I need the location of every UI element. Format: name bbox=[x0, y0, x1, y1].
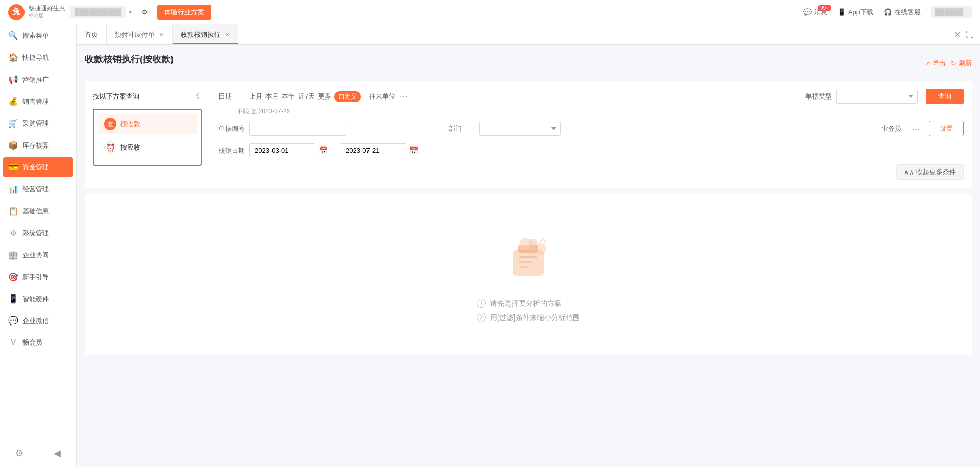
svg-rect-6 bbox=[519, 266, 529, 268]
sidebar-item-finance[interactable]: 💳 资金管理 bbox=[3, 157, 73, 177]
filter-container: 按以下方案查询 《 收 按收款 ⏰ 按应收 bbox=[85, 81, 972, 188]
query-button[interactable]: 查询 bbox=[926, 89, 964, 104]
filter-collapse-button[interactable]: 《 bbox=[189, 89, 202, 104]
date-shortcut-more[interactable]: 更多 bbox=[318, 92, 331, 101]
verify-date-end-cal-icon[interactable]: 📅 bbox=[409, 146, 418, 155]
sidebar-label-basic-info: 基础信息 bbox=[22, 207, 49, 216]
counterparty-label: 往来单位 bbox=[369, 92, 396, 101]
hint-num-2: 2 bbox=[477, 313, 486, 322]
online-service-button[interactable]: 🎧 在线客服 bbox=[884, 8, 921, 17]
sidebar-label-wechat: 企业微信 bbox=[22, 316, 49, 326]
verify-date-start-cal-icon[interactable]: 📅 bbox=[318, 146, 327, 155]
app-download-label: App下载 bbox=[848, 8, 873, 17]
sidebar-label-purchase: 采购管理 bbox=[22, 119, 49, 128]
sidebar-item-quick-nav[interactable]: 🏠 快捷导航 bbox=[0, 46, 76, 68]
sidebar-item-basic-info[interactable]: 📋 基础信息 bbox=[0, 200, 76, 222]
service-icon: 🎧 bbox=[884, 8, 892, 16]
tab-collection[interactable]: 收款核销执行 ✕ bbox=[173, 24, 238, 44]
sidebar-label-sales: 销售管理 bbox=[22, 97, 49, 106]
sidebar-bottom: ⚙ ◀ bbox=[0, 439, 76, 467]
svg-line-9 bbox=[544, 240, 546, 244]
filter-panel-title: 按以下方案查询 bbox=[93, 92, 139, 101]
home-icon: 🏠 bbox=[8, 53, 18, 62]
empty-hints: 1 请先选择要分析的方案 2 用[过滤]条件来缩小分析范围 bbox=[477, 296, 580, 325]
sidebar-item-marketing[interactable]: 📢 营销推广 bbox=[0, 68, 76, 90]
sidebar-item-sales[interactable]: 💰 销售管理 bbox=[0, 90, 76, 112]
filter-option-by-collection[interactable]: 收 按收款 bbox=[98, 114, 197, 134]
tab-prepaid[interactable]: 预付冲应付单 ✕ bbox=[107, 24, 173, 44]
date-shortcut-this-month[interactable]: 本月 bbox=[265, 92, 279, 101]
sidebar-label-guide: 新手引导 bbox=[22, 273, 49, 282]
export-button[interactable]: ↗ 导出 bbox=[925, 59, 946, 68]
logo-icon: 兔 bbox=[8, 4, 24, 20]
bottom-settings-button[interactable]: ⚙ bbox=[11, 444, 28, 463]
tab-collection-label: 收款核销执行 bbox=[181, 30, 220, 39]
tab-home-label: 首页 bbox=[85, 30, 98, 39]
dept-label: 部门 bbox=[449, 124, 475, 133]
sidebar-label-operations: 经营管理 bbox=[22, 185, 49, 194]
date-shortcut-this-year[interactable]: 本年 bbox=[282, 92, 295, 101]
industry-button[interactable]: 体验行业方案 bbox=[157, 5, 211, 20]
messages-button[interactable]: 💬 消息 99+ bbox=[803, 8, 827, 17]
sidebar-label-finance: 资金管理 bbox=[22, 163, 49, 172]
collapse-more-button[interactable]: ∧∧ 收起更多条件 bbox=[896, 164, 964, 180]
brand-selector[interactable]: ██████████ ▼ bbox=[70, 6, 133, 18]
by-collection-icon: 收 bbox=[104, 118, 116, 130]
sidebar-label-marketing: 营销推广 bbox=[22, 75, 49, 84]
refresh-button[interactable]: ↻ 刷新 bbox=[951, 59, 972, 68]
gear-button[interactable]: ⚙ bbox=[138, 5, 152, 19]
doc-type-select[interactable] bbox=[836, 90, 918, 104]
marketing-icon: 📢 bbox=[8, 75, 18, 84]
date-shortcut-7days[interactable]: 近7天 bbox=[298, 92, 315, 101]
verify-date-start-input[interactable] bbox=[249, 143, 315, 157]
wechat-icon: 💬 bbox=[8, 316, 18, 326]
dept-select[interactable] bbox=[479, 122, 561, 136]
sidebar-item-hardware[interactable]: 📱 智能硬件 bbox=[0, 288, 76, 310]
inventory-icon: 📦 bbox=[8, 140, 18, 150]
svg-rect-4 bbox=[519, 256, 537, 258]
refresh-icon: ↻ bbox=[951, 60, 957, 67]
sidebar-item-system[interactable]: ⚙ 系统管理 bbox=[0, 222, 76, 244]
date-shortcuts: 上月 本月 本年 近7天 更多 自定义 bbox=[249, 91, 361, 102]
guide-icon: 🎯 bbox=[8, 272, 18, 282]
tab-prepaid-close[interactable]: ✕ bbox=[159, 31, 164, 38]
sidebar-item-search-menu[interactable]: 🔍 搜索菜单 bbox=[0, 24, 76, 46]
basic-info-icon: 📋 bbox=[8, 206, 18, 216]
date-custom-badge[interactable]: 自定义 bbox=[334, 91, 361, 102]
sidebar-label-hardware: 智能硬件 bbox=[22, 294, 49, 304]
doc-no-input[interactable] bbox=[249, 122, 346, 136]
tab-home[interactable]: 首页 bbox=[77, 24, 107, 44]
date-label: 日期 bbox=[218, 92, 245, 101]
collapse-chevron-icon: ∧∧ bbox=[904, 168, 914, 176]
app-download-button[interactable]: 📱 App下载 bbox=[838, 8, 873, 17]
tab-close-all-button[interactable]: ✕ bbox=[954, 30, 961, 39]
hint-text-2: 用[过滤]条件来缩小分析范围 bbox=[490, 310, 580, 325]
settings-button[interactable]: 设置 bbox=[929, 121, 964, 136]
verify-date-field: 核销日期 📅 — 📅 bbox=[218, 143, 418, 157]
sidebar-item-inventory[interactable]: 📦 库存核算 bbox=[0, 134, 76, 156]
tab-expand-button[interactable]: ⛶ bbox=[966, 30, 974, 39]
sidebar-item-wechat[interactable]: 💬 企业微信 bbox=[0, 310, 76, 332]
doc-type-field: 单据类型 查询 bbox=[667, 89, 964, 104]
date-field: 日期 上月 本月 本年 近7天 更多 自定义 bbox=[218, 91, 361, 102]
sidebar-item-enterprise[interactable]: 🏢 企业协同 bbox=[0, 244, 76, 266]
online-service-label: 在线客服 bbox=[894, 8, 921, 17]
staff-dots: ··· bbox=[912, 125, 921, 133]
verify-date-input-group: 📅 — 📅 bbox=[249, 143, 418, 157]
collapse-sidebar-button[interactable]: ◀ bbox=[50, 444, 65, 463]
sidebar-item-operations[interactable]: 📊 经营管理 bbox=[0, 178, 76, 200]
tab-bar: 首页 预付冲应付单 ✕ 收款核销执行 ✕ ✕ ⛶ bbox=[77, 24, 980, 45]
sidebar-label-quick-nav: 快捷导航 bbox=[22, 53, 49, 62]
sidebar-item-purchase[interactable]: 🛒 采购管理 bbox=[0, 112, 76, 134]
tab-collection-close[interactable]: ✕ bbox=[225, 31, 230, 38]
filter-option-by-receivable[interactable]: ⏰ 按应收 bbox=[98, 137, 197, 158]
message-icon: 💬 bbox=[803, 8, 812, 16]
sidebar-item-member[interactable]: V 畅会员 bbox=[0, 332, 76, 353]
sidebar-item-guide[interactable]: 🎯 新手引导 bbox=[0, 266, 76, 288]
verify-date-end-input[interactable] bbox=[340, 143, 406, 157]
filter-row-1: 日期 上月 本月 本年 近7天 更多 自定义 bbox=[218, 89, 964, 104]
date-shortcut-last-month[interactable]: 上月 bbox=[249, 92, 262, 101]
logo-text-area: 畅捷通好生意 标准版 bbox=[29, 5, 65, 19]
main-layout: 🔍 搜索菜单 🏠 快捷导航 📢 营销推广 💰 销售管理 🛒 采购管理 📦 库存核… bbox=[0, 24, 980, 467]
user-avatar[interactable]: ██████ bbox=[931, 6, 972, 18]
